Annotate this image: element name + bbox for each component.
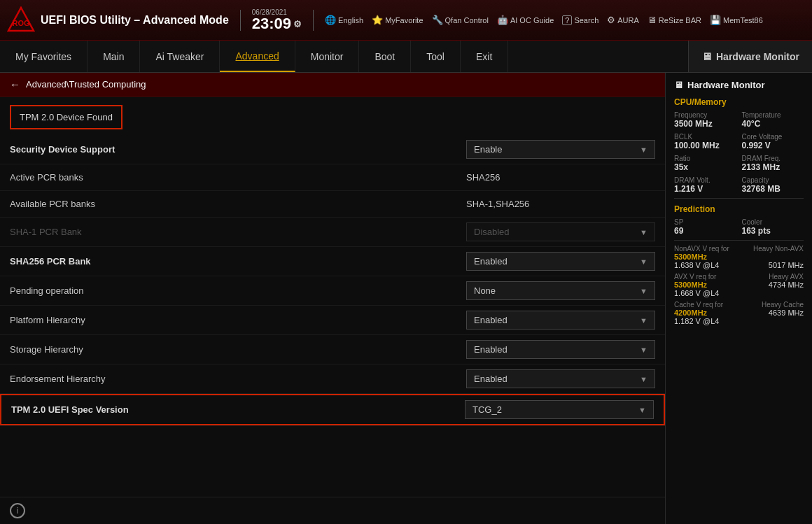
stat-ratio: Ratio 35x bbox=[674, 155, 736, 172]
stat-frequency: Frequency 3500 MHz bbox=[674, 111, 736, 129]
nav-advanced[interactable]: Advanced bbox=[220, 41, 295, 72]
pred-nonAVX-row: NonAVX V req for Heavy Non-AVX 5300MHz 1… bbox=[674, 245, 804, 269]
tool-search-label: Search bbox=[574, 16, 598, 24]
pred-cache-label: Cache V req for bbox=[674, 301, 723, 309]
available-pcr-value: SHA-1,SHA256 bbox=[466, 199, 655, 209]
storage-dropdown[interactable]: Enabled ▼ bbox=[466, 340, 655, 359]
pending-value: None bbox=[474, 285, 496, 296]
sha256-pcr-dropdown[interactable]: Enabled ▼ bbox=[466, 252, 655, 271]
nav-my-favorites[interactable]: My Favorites bbox=[0, 41, 88, 72]
settings-area: TPM 2.0 Device Found Security Device Sup… bbox=[0, 97, 665, 497]
tool-aura[interactable]: ⚙ AURA bbox=[607, 15, 639, 25]
nav-exit[interactable]: Exit bbox=[461, 41, 508, 72]
pred-AVX-freq: 5300MHz bbox=[674, 281, 707, 289]
settings-gear-icon[interactable]: ⚙ bbox=[293, 20, 302, 29]
sha1-pcr-dropdown: Disabled ▼ bbox=[466, 222, 655, 241]
sha256-pcr-value: Enabled bbox=[474, 256, 507, 267]
cpu-memory-stats: Frequency 3500 MHz Temperature 40°C BCLK… bbox=[674, 111, 804, 194]
tool-myfavorite-label: MyFavorite bbox=[385, 16, 423, 24]
tool-search[interactable]: ? Search bbox=[562, 15, 598, 25]
pred-nonAVX-freq: 5300MHz bbox=[674, 253, 707, 261]
pred-nonAVX-label: NonAVX V req for bbox=[674, 245, 729, 253]
tool-qfan[interactable]: 🔧 Qfan Control bbox=[432, 15, 489, 25]
pred-AVX-volt: 1.668 V @L4 bbox=[674, 289, 719, 297]
platform-value: Enabled bbox=[474, 315, 507, 325]
setting-row-sha256-pcr: SHA256 PCR Bank Enabled ▼ bbox=[0, 247, 665, 276]
sha1-pcr-value: Disabled bbox=[474, 227, 510, 237]
pred-cache-freq: 4200MHz bbox=[674, 309, 707, 317]
svg-text:ROG: ROG bbox=[12, 19, 29, 27]
setting-row-security-device-support: Security Device Support Enable ▼ bbox=[0, 135, 665, 164]
bios-title: UEFI BIOS Utility – Advanced Mode bbox=[41, 14, 229, 27]
setting-row-tpm-spec: TPM 2.0 UEFI Spec Version TCG_2 ▼ bbox=[0, 394, 665, 426]
right-panel: 🖥 Hardware Monitor CPU/Memory Frequency … bbox=[665, 73, 812, 524]
tool-resizebar[interactable]: 🖥 ReSize BAR bbox=[648, 15, 701, 25]
nav-boot[interactable]: Boot bbox=[359, 41, 411, 72]
cpu-memory-section-title: CPU/Memory bbox=[674, 97, 804, 107]
back-button[interactable]: ← bbox=[10, 78, 20, 90]
tool-memtest-label: MemTest86 bbox=[723, 16, 763, 24]
pred-cache-volt: 1.182 V @L4 bbox=[674, 317, 719, 325]
sha1-pcr-label: SHA-1 PCR Bank bbox=[10, 227, 466, 237]
tpm-found-box: TPM 2.0 Device Found bbox=[10, 105, 122, 129]
panel-divider-2 bbox=[674, 240, 804, 241]
pred-nonAVX-type: Heavy Non-AVX bbox=[753, 245, 804, 253]
memtest-icon: 💾 bbox=[710, 15, 721, 25]
breadcrumb: ← Advanced\Trusted Computing bbox=[0, 73, 665, 97]
info-button[interactable]: i bbox=[10, 503, 25, 518]
nav-tool[interactable]: Tool bbox=[411, 41, 461, 72]
sha1-dropdown-arrow-icon: ▼ bbox=[640, 228, 648, 236]
tool-myfavorite[interactable]: ⭐ MyFavorite bbox=[372, 15, 423, 25]
setting-row-storage: Storage Hierarchy Enabled ▼ bbox=[0, 335, 665, 364]
endorsement-dropdown-arrow-icon: ▼ bbox=[640, 375, 648, 383]
sha256-dropdown-arrow-icon: ▼ bbox=[640, 257, 648, 266]
platform-dropdown-arrow-icon: ▼ bbox=[640, 316, 648, 325]
pred-cache-type: Heavy Cache bbox=[762, 301, 804, 309]
endorsement-dropdown[interactable]: Enabled ▼ bbox=[466, 369, 655, 388]
logo-area: ROG UEFI BIOS Utility – Advanced Mode bbox=[7, 6, 229, 34]
tpm-found-label: TPM 2.0 Device Found bbox=[20, 112, 113, 122]
top-header: ROG UEFI BIOS Utility – Advanced Mode 06… bbox=[0, 0, 812, 41]
datetime-area: 06/28/2021 23:09 ⚙ bbox=[252, 8, 302, 31]
ai-icon: 🤖 bbox=[497, 15, 508, 25]
hardware-monitor-nav: 🖥 Hardware Monitor bbox=[688, 41, 812, 72]
tool-memtest[interactable]: 💾 MemTest86 bbox=[710, 15, 763, 25]
setting-row-available-pcr: Available PCR banks SHA-1,SHA256 bbox=[0, 191, 665, 218]
header-divider-2 bbox=[313, 10, 314, 31]
panel-title: 🖥 Hardware Monitor bbox=[674, 80, 804, 90]
prediction-section-title: Prediction bbox=[674, 204, 804, 214]
left-content: ← Advanced\Trusted Computing TPM 2.0 Dev… bbox=[0, 73, 665, 524]
monitor-panel-icon: 🖥 bbox=[674, 80, 683, 90]
resizebar-icon: 🖥 bbox=[648, 15, 657, 25]
prediction-stats: SP 69 Cooler 163 pts bbox=[674, 218, 804, 236]
tool-english-label: English bbox=[338, 16, 363, 24]
tool-aioc[interactable]: 🤖 AI OC Guide bbox=[497, 15, 554, 25]
security-device-support-dropdown[interactable]: Enable ▼ bbox=[466, 140, 655, 159]
pred-AVX-type: Heavy AVX bbox=[769, 273, 804, 281]
aura-icon: ⚙ bbox=[607, 15, 615, 25]
dropdown-arrow-icon: ▼ bbox=[640, 146, 648, 154]
prediction-advanced: NonAVX V req for Heavy Non-AVX 5300MHz 1… bbox=[674, 245, 804, 325]
pred-cache-row: Cache V req for Heavy Cache 4200MHz 4639… bbox=[674, 301, 804, 325]
tool-resizebar-label: ReSize BAR bbox=[659, 16, 701, 24]
nav-ai-tweaker[interactable]: Ai Tweaker bbox=[140, 41, 220, 72]
tpm-spec-dropdown[interactable]: TCG_2 ▼ bbox=[465, 400, 654, 419]
security-device-support-label: Security Device Support bbox=[10, 144, 466, 155]
storage-label: Storage Hierarchy bbox=[10, 344, 466, 355]
breadcrumb-path: Advanced\Trusted Computing bbox=[26, 79, 146, 90]
globe-icon: 🌐 bbox=[325, 15, 336, 25]
pred-nonAVX-volt: 1.638 V @L4 bbox=[674, 261, 719, 269]
nav-monitor[interactable]: Monitor bbox=[295, 41, 360, 72]
stat-cooler: Cooler 163 pts bbox=[742, 218, 804, 236]
tpm-spec-value: TCG_2 bbox=[472, 404, 502, 415]
nav-main[interactable]: Main bbox=[88, 41, 140, 72]
endorsement-label: Endorsement Hierarchy bbox=[10, 374, 466, 384]
pending-dropdown[interactable]: None ▼ bbox=[466, 281, 655, 300]
header-divider bbox=[240, 10, 241, 31]
tool-qfan-label: Qfan Control bbox=[445, 16, 489, 24]
tool-aura-label: AURA bbox=[617, 16, 639, 24]
tool-english[interactable]: 🌐 English bbox=[325, 15, 363, 25]
bottom-info: i bbox=[0, 497, 665, 524]
platform-dropdown[interactable]: Enabled ▼ bbox=[466, 311, 655, 330]
active-pcr-label: Active PCR banks bbox=[10, 172, 466, 183]
